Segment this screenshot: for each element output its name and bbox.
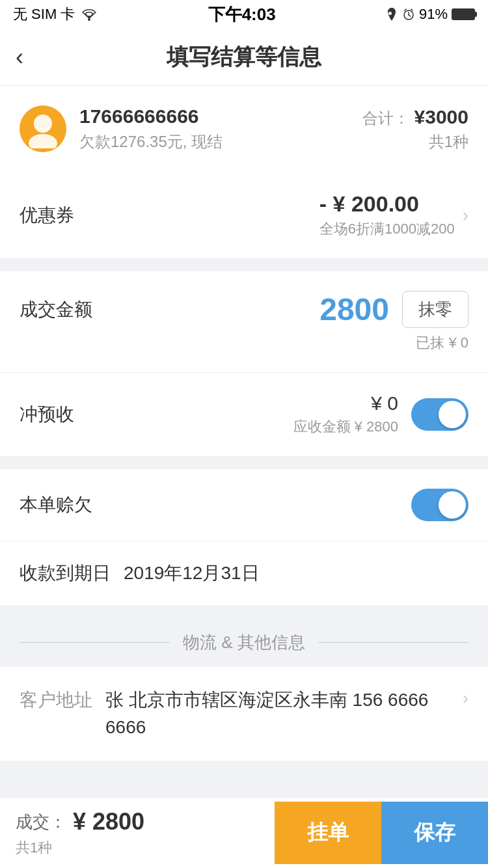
duedate-label: 收款到期日	[20, 561, 111, 586]
prepay-row: 冲预收 ¥ 0 应收金额 ¥ 2800	[20, 392, 468, 437]
wifi-icon	[80, 8, 98, 21]
prepay-label: 冲预收	[20, 402, 74, 427]
content-area: 17666666666 欠款1276.35元, 现结 合计： ¥3000 共1种…	[0, 86, 488, 839]
prepay-right: ¥ 0 应收金额 ¥ 2800	[293, 392, 468, 437]
bottom-total-row: 成交： ¥ 2800	[16, 808, 259, 835]
location-icon	[385, 8, 398, 21]
nav-bar: ‹ 填写结算等信息	[0, 29, 488, 86]
bottom-summary: 成交： ¥ 2800 共1种	[0, 798, 275, 868]
duedate-section: 收款到期日 2019年12月31日	[0, 541, 488, 605]
coupon-label: 优惠券	[20, 203, 74, 228]
status-time: 下午4:03	[208, 3, 276, 26]
coupon-row[interactable]: 优惠券 - ¥ 200.00 全场6折满1000减200 ›	[0, 172, 488, 258]
hold-button[interactable]: 挂单	[275, 802, 381, 864]
transaction-inner: 成交金额 2800 抹零 已抹 ¥ 0	[0, 271, 488, 372]
prepay-amount-block: ¥ 0 应收金额 ¥ 2800	[293, 392, 398, 437]
transaction-label: 成交金额	[20, 297, 92, 322]
address-chevron-icon: ›	[463, 686, 468, 709]
alarm-icon	[402, 8, 415, 21]
coupon-chevron-icon: ›	[463, 205, 468, 226]
svg-point-6	[34, 115, 52, 133]
status-bar: 无 SIM 卡 下午4:03 91%	[0, 0, 488, 29]
credit-label: 本单赊欠	[20, 493, 92, 517]
transaction-section: 成交金额 2800 抹零 已抹 ¥ 0 冲预收 ¥ 0 应收金额 ¥ 2800	[0, 271, 488, 456]
back-button[interactable]: ‹	[16, 44, 23, 71]
logistics-line-right	[318, 642, 468, 643]
transaction-sub: 已抹 ¥ 0	[20, 333, 468, 353]
status-left: 无 SIM 卡	[13, 5, 98, 24]
prepay-section: 冲预收 ¥ 0 应收金额 ¥ 2800	[0, 372, 488, 456]
avatar	[20, 105, 66, 152]
svg-line-3	[409, 15, 411, 16]
bottom-total-label: 成交：	[16, 811, 66, 834]
coupon-right: - ¥ 200.00 全场6折满1000减200 ›	[319, 191, 468, 239]
customer-phone: 17666666666	[79, 105, 223, 128]
page-title: 填写结算等信息	[167, 42, 321, 72]
status-right: 91%	[385, 6, 475, 23]
duedate-value: 2019年12月31日	[124, 561, 260, 586]
prepay-amount: ¥ 0	[293, 392, 398, 414]
transaction-row: 成交金额 2800 抹零	[20, 291, 468, 328]
battery-percent: 91%	[419, 6, 448, 23]
sim-indicator: 无 SIM 卡	[13, 5, 75, 24]
bottom-bar: 成交： ¥ 2800 共1种 挂单 保存	[0, 797, 488, 868]
coupon-section[interactable]: 优惠券 - ¥ 200.00 全场6折满1000减200 ›	[0, 172, 488, 258]
section-divider-2	[0, 456, 488, 469]
avatar-icon	[23, 109, 62, 148]
total-amount: ¥3000	[414, 106, 468, 128]
customer-info-section: 17666666666 欠款1276.35元, 现结 合计： ¥3000 共1种	[0, 86, 488, 172]
section-divider-1	[0, 258, 488, 271]
battery-icon	[452, 8, 475, 20]
prepay-sub: 应收金额 ¥ 2800	[293, 417, 398, 437]
customer-left: 17666666666 欠款1276.35元, 现结	[20, 105, 223, 152]
coupon-desc: 全场6折满1000减200	[319, 219, 455, 239]
address-inner[interactable]: 客户地址 张 北京市市辖区海淀区永丰南 156 6666 6666 ›	[0, 667, 488, 761]
svg-point-0	[88, 18, 90, 21]
transaction-right: 2800 抹零	[319, 291, 468, 328]
bottom-count: 共1种	[16, 838, 259, 858]
total-count: 共1种	[362, 131, 468, 152]
logistics-header-text: 物流 & 其他信息	[183, 631, 305, 654]
total-label: 合计：	[362, 109, 409, 127]
total-label-row: 合计： ¥3000	[362, 106, 468, 129]
address-section[interactable]: 客户地址 张 北京市市辖区海淀区永丰南 156 6666 6666 ›	[0, 667, 488, 761]
logistics-divider	[0, 605, 488, 618]
svg-line-4	[405, 9, 406, 10]
customer-details: 17666666666 欠款1276.35元, 现结	[79, 105, 223, 152]
address-label: 客户地址	[20, 686, 92, 712]
logistics-line-left	[20, 642, 170, 643]
prepay-toggle[interactable]	[411, 398, 468, 431]
svg-point-7	[29, 134, 57, 148]
customer-subtext: 欠款1276.35元, 现结	[79, 131, 223, 152]
coupon-amount: - ¥ 200.00	[319, 191, 455, 217]
credit-section: 本单赊欠 收款到期日 2019年12月31日	[0, 469, 488, 605]
bottom-total-amount: ¥ 2800	[73, 808, 144, 835]
address-value: 张 北京市市辖区海淀区永丰南 156 6666 6666	[105, 686, 456, 741]
round-button[interactable]: 抹零	[402, 291, 468, 328]
logistics-header: 物流 & 其他信息	[0, 618, 488, 667]
svg-line-5	[411, 9, 413, 10]
credit-inner: 本单赊欠	[0, 469, 488, 541]
save-button[interactable]: 保存	[381, 802, 488, 864]
transaction-amount: 2800	[319, 292, 389, 327]
customer-total: 合计： ¥3000 共1种	[362, 106, 468, 152]
coupon-amount-block: - ¥ 200.00 全场6折满1000减200	[319, 191, 455, 239]
credit-toggle[interactable]	[411, 489, 468, 521]
